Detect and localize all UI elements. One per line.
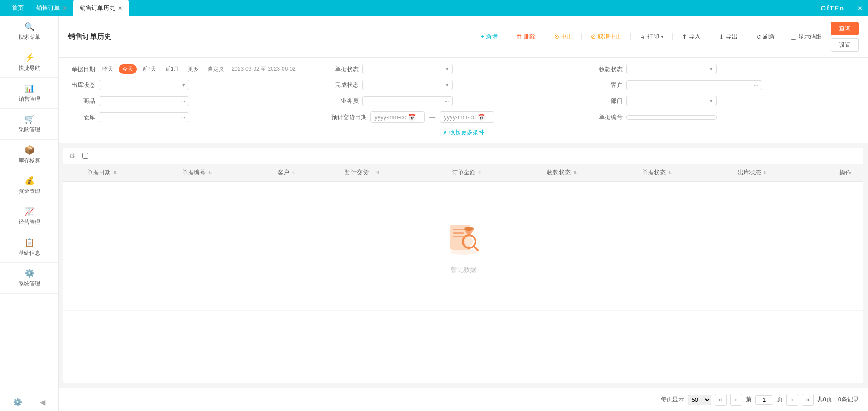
close-sales-order-history-tab[interactable]: ✕ <box>118 5 122 11</box>
goods-select[interactable]: ··· <box>99 96 189 106</box>
receipt-status-select[interactable]: ▾ <box>626 64 717 74</box>
per-page-select[interactable]: 50 10 20 100 <box>688 395 711 405</box>
page-number-input[interactable] <box>755 395 773 405</box>
th-amount[interactable]: 订单金额 ⇅ <box>446 164 542 182</box>
sales-order-tab-label: 销售订单 <box>36 4 60 12</box>
outbound-select[interactable]: ▾ <box>99 80 189 90</box>
new-button[interactable]: + 新增 <box>478 31 500 43</box>
th-receipt-status[interactable]: 收款状态 ⇅ <box>542 164 637 182</box>
sidebar-settings-icon[interactable]: ⚙️ <box>13 398 22 406</box>
calendar-end-icon[interactable]: 📅 <box>478 114 485 121</box>
warehouse-select[interactable]: ··· <box>99 112 189 122</box>
calendar-start-icon[interactable]: 📅 <box>408 114 416 121</box>
export-button[interactable]: ⬇ 导出 <box>716 31 740 43</box>
date-tab-custom[interactable]: 自定义 <box>204 64 228 74</box>
sidebar-item-operation[interactable]: 📈 经营管理 <box>0 201 58 232</box>
date-tab-last7[interactable]: 近7天 <box>139 64 160 74</box>
complete-select[interactable]: ▾ <box>362 80 453 90</box>
sidebar-item-basic-info[interactable]: 📋 基础信息 <box>0 232 58 263</box>
sidebar-item-finance[interactable]: 💰 资金管理 <box>0 170 58 201</box>
bill-no-label: 单据编号 <box>595 113 623 121</box>
prev-page-button[interactable]: ‹ <box>730 394 742 406</box>
filter-outbound: 出库状态 ▾ <box>68 80 331 90</box>
th-bill-status[interactable]: 单据状态 ⇅ <box>637 164 732 182</box>
sidebar-item-purchase-mgmt[interactable]: 🛒 采购管理 <box>0 109 58 140</box>
display-cols-input[interactable] <box>791 34 796 40</box>
operation-label: 经营管理 <box>19 218 40 226</box>
page-suffix: 页 <box>777 396 783 404</box>
page-header: 销售订单历史 + 新增 🗑 删除 ⊘ 中止 ⊘ 取消中止 🖨 打印 ▾ ⬆ <box>59 16 868 58</box>
tab-sales-order-history[interactable]: 销售订单历史 ✕ <box>73 0 129 16</box>
dept-label: 部门 <box>595 97 623 105</box>
inventory-label: 库存核算 <box>19 157 40 164</box>
query-button[interactable]: 查询 <box>831 22 859 35</box>
print-dropdown-icon: ▾ <box>661 34 663 39</box>
filter-salesperson: 业务员 ··· <box>331 96 595 106</box>
filter-bill-status: 单据状态 ▾ <box>331 64 595 74</box>
th-bill-status-sort: ⇅ <box>668 170 672 175</box>
print-button[interactable]: 🖨 打印 ▾ <box>637 31 666 43</box>
toolbar: + 新增 🗑 删除 ⊘ 中止 ⊘ 取消中止 🖨 打印 ▾ ⬆ 导入 <box>478 22 859 52</box>
tab-home[interactable]: 首页 <box>5 0 30 16</box>
delivery-end-input[interactable]: yyyy-mm-dd 📅 <box>440 111 494 123</box>
home-tab-label: 首页 <box>12 4 24 12</box>
outbound-control: ▾ <box>99 80 331 90</box>
date-tab-more[interactable]: 更多 <box>184 64 202 74</box>
svg-point-6 <box>465 237 473 246</box>
bill-status-select[interactable]: ▾ <box>362 64 453 74</box>
data-table: 单据日期 ⇅ 单据编号 ⇅ 客户 ⇅ 预计交货... <box>63 164 863 311</box>
th-no[interactable]: 单据编号 ⇅ <box>177 164 272 182</box>
print-label: 打印 <box>647 33 659 41</box>
th-date-sort: ⇅ <box>113 170 117 175</box>
dept-select[interactable]: ▾ <box>626 96 717 106</box>
salesperson-select[interactable]: ··· <box>362 96 453 106</box>
sidebar-item-inventory[interactable]: 📦 库存核算 <box>0 140 58 170</box>
cancel-stop-button[interactable]: ⊘ 取消中止 <box>588 31 624 43</box>
date-tab-yesterday[interactable]: 昨天 <box>99 64 117 74</box>
close-sales-order-tab[interactable]: ✕ <box>62 5 67 11</box>
th-customer[interactable]: 客户 ⇅ <box>272 164 340 182</box>
divider-5 <box>672 33 673 40</box>
sidebar-item-sales-mgmt[interactable]: 📊 销售管理 <box>0 78 58 109</box>
window-minimize-icon[interactable]: — <box>848 5 854 12</box>
date-tab-last1m[interactable]: 近1月 <box>162 64 183 74</box>
table-head: 单据日期 ⇅ 单据编号 ⇅ 客户 ⇅ 预计交货... <box>63 164 863 182</box>
delivery-start-input[interactable]: yyyy-mm-dd 📅 <box>370 111 425 123</box>
table-settings-icon[interactable]: ⚙ <box>69 151 75 160</box>
filter-goods: 商品 ··· <box>68 96 331 106</box>
first-page-button[interactable]: « <box>715 394 727 406</box>
sidebar-item-sys-mgmt[interactable]: ⚙️ 系统管理 <box>0 263 58 294</box>
customer-select[interactable]: ··· <box>626 80 762 90</box>
delete-button[interactable]: 🗑 删除 <box>513 31 538 43</box>
setting-button[interactable]: 设置 <box>831 38 859 52</box>
date-tab-today[interactable]: 今天 <box>119 64 137 74</box>
select-all-checkbox[interactable] <box>82 153 88 159</box>
sidebar-collapse-icon[interactable]: ◀ <box>40 398 45 406</box>
th-delivery[interactable]: 预计交货... ⇅ <box>340 164 446 182</box>
th-outbound-status[interactable]: 出库状态 ⇅ <box>732 164 827 182</box>
sidebar-item-search-menu[interactable]: 🔍 搜索菜单 <box>0 16 58 47</box>
sales-mgmt-label: 销售管理 <box>19 95 40 103</box>
last-page-button[interactable]: » <box>802 394 814 406</box>
refresh-button[interactable]: ↺ 刷新 <box>753 31 777 43</box>
import-button[interactable]: ⬆ 导入 <box>679 31 703 43</box>
window-close-icon[interactable]: ✕ <box>858 5 863 12</box>
collapse-row[interactable]: ∧ 收起更多条件 <box>68 128 859 136</box>
th-outbound-status-label: 出库状态 <box>738 169 761 176</box>
receipt-status-control: ▾ <box>626 64 859 74</box>
salesperson-control: ··· <box>362 96 595 106</box>
date-range-display: 2023-06-02 至 2023-06-02 <box>231 65 295 73</box>
th-op: 操作 <box>827 164 863 182</box>
display-cols-checkbox[interactable]: 显示码细 <box>791 33 822 41</box>
next-page-button[interactable]: › <box>786 394 798 406</box>
filter-receipt-status: 收款状态 ▾ <box>595 64 859 74</box>
bill-no-input[interactable] <box>626 115 717 120</box>
table-header-row: 单据日期 ⇅ 单据编号 ⇅ 客户 ⇅ 预计交货... <box>63 164 863 182</box>
th-date[interactable]: 单据日期 ⇅ <box>82 164 177 182</box>
stop-button[interactable]: ⊘ 中止 <box>551 31 575 43</box>
th-checkbox <box>63 164 82 182</box>
th-customer-label: 客户 <box>278 169 289 176</box>
sidebar-item-quick-nav[interactable]: ⚡ 快捷导航 <box>0 47 58 78</box>
tab-sales-order[interactable]: 销售订单 ✕ <box>30 0 73 16</box>
bill-no-control <box>626 115 859 120</box>
